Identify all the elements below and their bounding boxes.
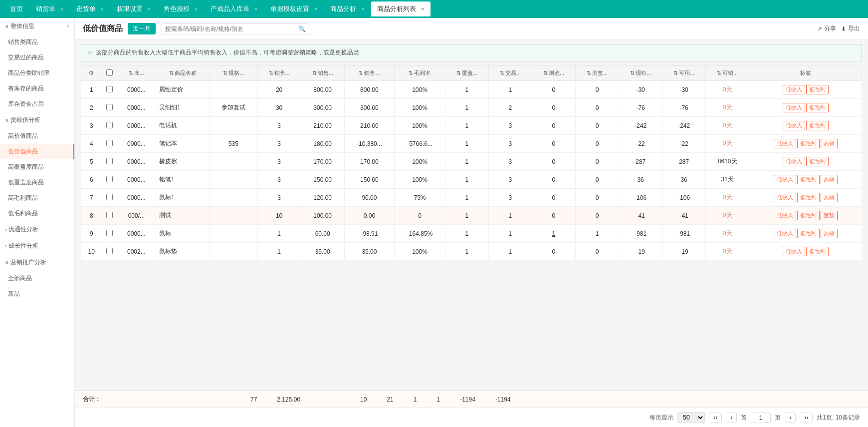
row-view1[interactable]: 0 bbox=[532, 243, 575, 261]
col-view1[interactable]: ⇅浏览... bbox=[532, 66, 575, 81]
col-current[interactable]: ⇅现有... bbox=[619, 66, 662, 81]
row-available: -981 bbox=[662, 225, 706, 243]
row-view1[interactable]: 0 bbox=[532, 135, 575, 153]
sidebar-item-high-value[interactable]: 高价值商品 bbox=[0, 128, 74, 144]
close-icon[interactable]: × bbox=[421, 6, 424, 12]
select-all-checkbox[interactable] bbox=[106, 69, 113, 76]
close-icon[interactable]: × bbox=[254, 6, 257, 12]
col-code[interactable]: ⇅商... bbox=[117, 66, 156, 81]
first-page-button[interactable]: ‹‹ bbox=[709, 413, 722, 423]
sidebar-item-category-rate[interactable]: 商品分类助销率 bbox=[0, 65, 74, 81]
sidebar-group-title-circulation[interactable]: › 流通性分析 bbox=[0, 221, 74, 238]
row-view1[interactable]: 0 bbox=[532, 99, 575, 117]
row-sellable: 0天 bbox=[706, 117, 749, 135]
row-view1[interactable]: 0 bbox=[532, 207, 575, 225]
col-spec[interactable]: ⇅规格... bbox=[210, 66, 257, 81]
nav-purchase[interactable]: 进货单 × bbox=[70, 1, 110, 16]
row-checkbox-cell bbox=[102, 189, 117, 207]
col-sales-other[interactable]: ⇅销售... bbox=[344, 66, 395, 81]
row-checkbox[interactable] bbox=[106, 104, 113, 110]
row-view1[interactable]: 1 bbox=[532, 225, 575, 243]
sidebar-item-all-goods[interactable]: 全部商品 bbox=[0, 271, 74, 286]
col-sales-amount[interactable]: ⇅销售... bbox=[301, 66, 344, 81]
page-number-input[interactable] bbox=[751, 413, 771, 423]
sidebar-group-title-contribution[interactable]: ∨ 贡献值分析 bbox=[0, 112, 74, 128]
col-sellable[interactable]: ⇅可销... bbox=[706, 66, 749, 81]
prev-page-button[interactable]: ‹ bbox=[726, 413, 737, 423]
date-filter-button[interactable]: 近一月 bbox=[128, 23, 156, 34]
next-page-button[interactable]: › bbox=[785, 413, 796, 423]
close-icon[interactable]: × bbox=[361, 6, 364, 12]
row-checkbox[interactable] bbox=[106, 176, 113, 182]
row-checkbox[interactable] bbox=[106, 122, 113, 128]
last-page-button[interactable]: ›› bbox=[800, 413, 813, 423]
chevron-down-icon: ∨ bbox=[5, 117, 8, 123]
row-checkbox[interactable] bbox=[106, 248, 113, 254]
sidebar-item-low-coverage[interactable]: 低覆盖度商品 bbox=[0, 175, 74, 190]
nav-roles[interactable]: 角色授权 × bbox=[158, 1, 204, 16]
col-margin[interactable]: ⇅毛利率 bbox=[395, 66, 445, 81]
row-num: 2 bbox=[81, 99, 102, 117]
col-available[interactable]: ⇅可用... bbox=[662, 66, 706, 81]
row-checkbox[interactable] bbox=[106, 86, 113, 92]
nav-product-analysis[interactable]: 商品分析 × bbox=[324, 1, 370, 16]
close-icon[interactable]: × bbox=[60, 6, 63, 12]
sidebar-group-title-marketing[interactable]: ∨ 营销推广分析 bbox=[0, 254, 74, 271]
sidebar-item-low-margin[interactable]: 低毛利商品 bbox=[0, 206, 74, 221]
row-current: -22 bbox=[619, 135, 662, 153]
row-num: 4 bbox=[81, 135, 102, 153]
nav-permissions[interactable]: 权限设置 × bbox=[111, 1, 157, 16]
sidebar-item-traded-goods[interactable]: 交易过的商品 bbox=[0, 50, 74, 65]
view-link[interactable]: 1 bbox=[552, 230, 556, 237]
search-icon[interactable]: 🔍 bbox=[298, 25, 306, 32]
row-tags: 低收入低毛利 bbox=[749, 81, 862, 99]
close-icon[interactable]: × bbox=[195, 6, 198, 12]
sidebar-group-title-overall[interactable]: ∨ 整体信息 « bbox=[0, 18, 74, 34]
export-button[interactable]: ⬇ 导出 bbox=[841, 24, 860, 33]
row-checkbox[interactable] bbox=[106, 158, 113, 164]
collapse-icon[interactable]: « bbox=[66, 23, 69, 29]
tag: 低毛利 bbox=[806, 157, 829, 166]
row-checkbox[interactable] bbox=[106, 212, 113, 218]
tag: 低毛利 bbox=[806, 247, 829, 256]
close-icon[interactable]: × bbox=[148, 6, 151, 12]
col-qty[interactable]: ⇅销售... bbox=[257, 66, 301, 81]
sidebar-item-high-coverage[interactable]: 高覆盖度商品 bbox=[0, 159, 74, 175]
col-coverage[interactable]: ⇅覆盖... bbox=[445, 66, 488, 81]
row-transaction: 3 bbox=[488, 117, 532, 135]
row-checkbox[interactable] bbox=[106, 140, 113, 146]
sidebar-item-stock-goods[interactable]: 有库存的商品 bbox=[0, 81, 74, 96]
close-icon[interactable]: × bbox=[314, 6, 317, 12]
row-qty: 3 bbox=[257, 171, 301, 189]
row-checkbox[interactable] bbox=[106, 230, 113, 236]
row-view1[interactable]: 0 bbox=[532, 189, 575, 207]
sidebar-item-high-margin[interactable]: 高毛利商品 bbox=[0, 190, 74, 206]
sidebar-item-sales-goods[interactable]: 销售类商品 bbox=[0, 34, 74, 50]
sidebar-item-new-goods[interactable]: 新品 bbox=[0, 286, 74, 302]
search-input[interactable] bbox=[165, 25, 296, 32]
sidebar-item-low-value[interactable]: 低价值商品 bbox=[0, 144, 74, 159]
col-name[interactable]: ⇅商品名称 bbox=[156, 66, 210, 81]
sidebar-item-capital[interactable]: 库存资金占用 bbox=[0, 96, 74, 112]
col-view2[interactable]: ⇅浏览... bbox=[575, 66, 619, 81]
row-view1[interactable]: 0 bbox=[532, 153, 575, 171]
row-checkbox[interactable] bbox=[106, 194, 113, 200]
sidebar-group-title-growth[interactable]: › 成长性分析 bbox=[0, 238, 74, 254]
page-size-select[interactable]: 50 100 200 bbox=[677, 412, 705, 423]
close-icon[interactable]: × bbox=[101, 6, 104, 12]
row-view1[interactable]: 0 bbox=[532, 171, 575, 189]
sidebar-group-overall: ∨ 整体信息 « 销售类商品 交易过的商品 商品分类助销率 有库存的商品 库存资… bbox=[0, 18, 74, 112]
search-box[interactable]: 🔍 bbox=[161, 23, 310, 34]
nav-product-storage[interactable]: 产成品入库单 × bbox=[205, 1, 263, 16]
nav-product-analysis-list[interactable]: 商品分析列表 × bbox=[371, 1, 430, 16]
col-transaction[interactable]: ⇅交易... bbox=[488, 66, 532, 81]
col-settings[interactable]: ⚙ bbox=[81, 66, 102, 81]
share-button[interactable]: ↗ 分享 bbox=[817, 24, 836, 33]
nav-template[interactable]: 单据模板设置 × bbox=[264, 1, 323, 16]
settings-icon[interactable]: ⚙ bbox=[89, 70, 94, 76]
nav-home[interactable]: 首页 bbox=[4, 1, 29, 16]
row-view1[interactable]: 0 bbox=[532, 117, 575, 135]
row-view1[interactable]: 0 bbox=[532, 81, 575, 99]
table-row: 7 0000... 鼠标1 3 120.00 90.00 75% 1 3 0 0… bbox=[81, 189, 862, 207]
nav-sales[interactable]: 销货单 × bbox=[30, 1, 69, 16]
